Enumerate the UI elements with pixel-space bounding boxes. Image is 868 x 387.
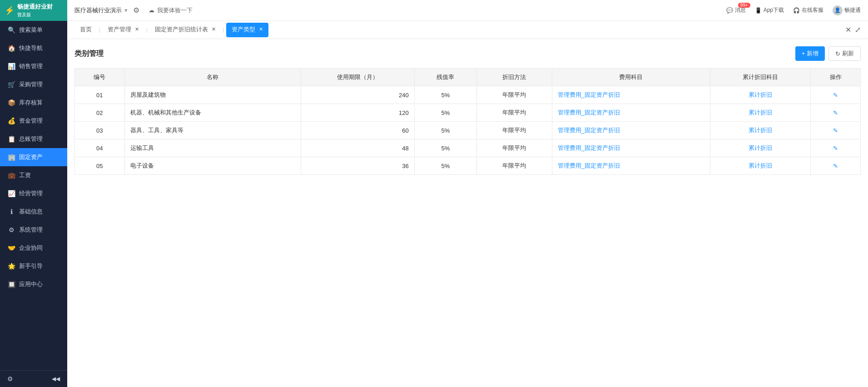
col-action: 操作 bbox=[811, 69, 861, 86]
sidebar-item-fixed-assets[interactable]: 🏢 固定资产 bbox=[0, 148, 67, 166]
cell-period: 120 bbox=[301, 104, 414, 122]
edit-icon[interactable]: ✎ bbox=[833, 127, 838, 134]
cell-action[interactable]: ✎ bbox=[811, 122, 861, 139]
cell-name: 电子设备 bbox=[124, 157, 301, 175]
edit-icon[interactable]: ✎ bbox=[833, 163, 838, 169]
user-avatar-button[interactable]: 👤 畅捷通 bbox=[833, 5, 861, 15]
cell-code: 05 bbox=[75, 157, 125, 175]
collapse-icon[interactable]: ◀◀ bbox=[52, 376, 60, 382]
edit-icon[interactable]: ✎ bbox=[833, 92, 838, 99]
app-download-icon: 📱 bbox=[755, 7, 762, 14]
sidebar-item-quick-nav[interactable]: 🏠 快捷导航 bbox=[0, 39, 67, 57]
edit-icon[interactable]: ✎ bbox=[833, 109, 838, 116]
sidebar-item-system[interactable]: ⚙ 系统管理 bbox=[0, 221, 67, 239]
project-selector[interactable]: 医疗器械行业演示 ▾ bbox=[74, 6, 128, 15]
app-center-icon: 🔲 bbox=[7, 281, 15, 288]
experience-cloud-icon: ☁ bbox=[149, 7, 154, 14]
sidebar-label-salary: 工资 bbox=[19, 171, 31, 179]
project-dropdown-icon: ▾ bbox=[124, 7, 128, 14]
cell-period: 60 bbox=[301, 122, 414, 139]
customer-service-label: 在线客服 bbox=[802, 6, 823, 14]
tab-asset-mgmt-close[interactable]: ✕ bbox=[135, 26, 139, 32]
cell-action[interactable]: ✎ bbox=[811, 104, 861, 122]
cell-name: 器具、工具、家具等 bbox=[124, 122, 301, 139]
customer-service-button[interactable]: 🎧 在线客服 bbox=[793, 6, 823, 14]
sidebar-label-guide: 新手引导 bbox=[19, 262, 43, 270]
ledger-icon: 📋 bbox=[7, 135, 15, 143]
tab-depreciation-label: 固定资产折旧统计表 bbox=[155, 25, 208, 34]
tab-home[interactable]: 首页 bbox=[74, 23, 97, 37]
home-icon: 🏠 bbox=[7, 45, 15, 52]
sidebar-label-funds: 资金管理 bbox=[19, 117, 43, 125]
experience-button[interactable]: ☁ 我要体验一下 bbox=[149, 6, 193, 15]
edit-icon[interactable]: ✎ bbox=[833, 145, 838, 152]
tab-home-label: 首页 bbox=[80, 25, 92, 34]
sidebar-footer: ⚙ ◀◀ bbox=[0, 370, 67, 387]
sidebar-item-enterprise[interactable]: 🤝 企业协同 bbox=[0, 239, 67, 257]
experience-label: 我要体验一下 bbox=[157, 6, 193, 15]
app-download-button[interactable]: 📱 App下载 bbox=[755, 6, 784, 14]
tabbar: 首页 | 资产管理 ✕ | 固定资产折旧统计表 ✕ | 资产类型 ✕ ✕ ⤢ bbox=[67, 21, 868, 39]
tab-asset-type-label: 资产类型 bbox=[232, 25, 255, 34]
cell-method: 年限平均 bbox=[477, 86, 552, 104]
cell-code: 01 bbox=[75, 86, 125, 104]
cell-action[interactable]: ✎ bbox=[811, 157, 861, 175]
col-name: 名称 bbox=[124, 69, 301, 86]
sidebar-item-guide[interactable]: 🌟 新手引导 bbox=[0, 257, 67, 275]
cell-method: 年限平均 bbox=[477, 104, 552, 122]
table-row: 02 机器、机械和其他生产设备 120 5% 年限平均 管理费用_固定资产折旧 … bbox=[75, 104, 861, 122]
info-icon: ℹ bbox=[7, 208, 15, 215]
page-title: 类别管理 bbox=[74, 49, 104, 59]
cell-expense: 管理费用_固定资产折旧 bbox=[552, 86, 710, 104]
project-name: 医疗器械行业演示 bbox=[74, 6, 122, 15]
sidebar-item-funds[interactable]: 💰 资金管理 bbox=[0, 112, 67, 130]
sidebar-label-fixed-assets: 固定资产 bbox=[19, 153, 43, 161]
sidebar-item-purchase[interactable]: 🛒 采购管理 bbox=[0, 75, 67, 94]
cell-code: 02 bbox=[75, 104, 125, 122]
sidebar-label-purchase: 采购管理 bbox=[19, 80, 43, 89]
messages-button[interactable]: 💬 消息 99 bbox=[726, 6, 746, 14]
tab-depreciation-close[interactable]: ✕ bbox=[212, 26, 216, 32]
window-controls: ✕ ⤢ bbox=[845, 25, 861, 34]
table-row: 01 房屋及建筑物 240 5% 年限平均 管理费用_固定资产折旧 累计折旧 ✎ bbox=[75, 86, 861, 104]
messages-icon: 💬 bbox=[726, 7, 733, 14]
cell-expense: 管理费用_固定资产折旧 bbox=[552, 122, 710, 139]
settings-gear-icon[interactable]: ⚙ bbox=[133, 6, 139, 15]
cell-accum: 累计折旧 bbox=[710, 86, 811, 104]
close-window-button[interactable]: ✕ bbox=[845, 25, 851, 34]
tab-depreciation-table[interactable]: 固定资产折旧统计表 ✕ bbox=[149, 23, 221, 37]
page-header: 类别管理 + 新增 ↻ 刷新 bbox=[74, 46, 861, 61]
sidebar-label-inventory: 库存核算 bbox=[19, 99, 43, 107]
topbar-right: 💬 消息 99 📱 App下载 🎧 在线客服 👤 畅捷通 bbox=[726, 5, 861, 15]
cell-period: 36 bbox=[301, 157, 414, 175]
sidebar-item-search[interactable]: 🔍 搜索菜单 bbox=[0, 21, 67, 39]
purchase-icon: 🛒 bbox=[7, 81, 15, 88]
tab-asset-type[interactable]: 资产类型 ✕ bbox=[226, 23, 268, 37]
app-name: 畅捷通好业财 bbox=[17, 3, 53, 11]
logo-icon: ⚡ bbox=[5, 5, 15, 15]
cell-period: 48 bbox=[301, 139, 414, 157]
salary-icon: 💼 bbox=[7, 172, 15, 179]
sidebar-item-operations[interactable]: 📈 经营管理 bbox=[0, 184, 67, 203]
new-button[interactable]: + 新增 bbox=[795, 46, 825, 61]
cell-action[interactable]: ✎ bbox=[811, 139, 861, 157]
cell-action[interactable]: ✎ bbox=[811, 86, 861, 104]
settings-icon[interactable]: ⚙ bbox=[7, 375, 13, 382]
sidebar-item-general-ledger[interactable]: 📋 总账管理 bbox=[0, 130, 67, 148]
maximize-window-button[interactable]: ⤢ bbox=[855, 25, 861, 34]
sidebar-item-app-center[interactable]: 🔲 应用中心 bbox=[0, 275, 67, 293]
sidebar-label-app-center: 应用中心 bbox=[19, 280, 43, 288]
sidebar-item-basic-info[interactable]: ℹ 基础信息 bbox=[0, 203, 67, 221]
tab-asset-type-close[interactable]: ✕ bbox=[259, 26, 263, 32]
sidebar-nav: 🔍 搜索菜单 🏠 快捷导航 📊 销售管理 🛒 采购管理 📦 库存核算 💰 资金管… bbox=[0, 21, 67, 370]
cell-expense: 管理费用_固定资产折旧 bbox=[552, 157, 710, 175]
sidebar-item-salary[interactable]: 💼 工资 bbox=[0, 166, 67, 184]
page-actions: + 新增 ↻ 刷新 bbox=[795, 46, 861, 61]
sidebar-item-sales[interactable]: 📊 销售管理 bbox=[0, 57, 67, 75]
refresh-button[interactable]: ↻ 刷新 bbox=[828, 46, 861, 61]
col-accum: 累计折旧科目 bbox=[710, 69, 811, 86]
tab-asset-mgmt[interactable]: 资产管理 ✕ bbox=[102, 23, 144, 37]
cell-name: 房屋及建筑物 bbox=[124, 86, 301, 104]
col-code: 编号 bbox=[75, 69, 125, 86]
sidebar-item-inventory[interactable]: 📦 库存核算 bbox=[0, 94, 67, 112]
